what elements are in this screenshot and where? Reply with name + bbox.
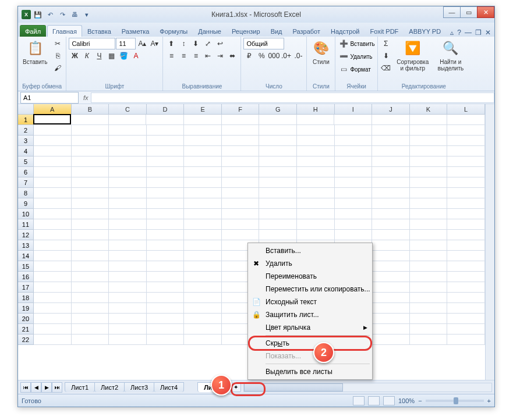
cell-A9[interactable]	[34, 198, 72, 209]
cell-E3[interactable]	[184, 136, 222, 146]
view-pagebreak-button[interactable]	[383, 396, 395, 405]
cell-C1[interactable]	[109, 115, 147, 125]
cell-B4[interactable]	[72, 146, 109, 156]
paste-button[interactable]: 📋 Вставить	[20, 38, 49, 66]
cell-D2[interactable]	[147, 125, 185, 136]
cell-G10[interactable]	[259, 209, 297, 219]
cell-F9[interactable]	[222, 198, 260, 209]
column-header-K[interactable]: K	[410, 104, 448, 115]
column-header-D[interactable]: D	[147, 104, 185, 115]
cell-J7[interactable]	[372, 177, 410, 188]
cell-J13[interactable]	[372, 240, 410, 251]
cell-J4[interactable]	[372, 146, 410, 156]
cell-F7[interactable]	[222, 177, 260, 188]
cell-E2[interactable]	[184, 125, 222, 136]
cell-K9[interactable]	[410, 198, 448, 209]
cell-L20[interactable]	[447, 314, 485, 324]
cell-A8[interactable]	[34, 188, 72, 198]
cell-L11[interactable]	[447, 219, 485, 230]
cell-F11[interactable]	[222, 219, 260, 230]
cell-F2[interactable]	[222, 125, 260, 136]
cell-J2[interactable]	[372, 125, 410, 136]
zoom-in-button[interactable]: +	[487, 397, 491, 404]
cell-L18[interactable]	[447, 293, 485, 303]
row-header-5[interactable]: 5	[18, 156, 34, 167]
cell-D19[interactable]	[147, 303, 185, 314]
cell-K20[interactable]	[410, 314, 448, 324]
cell-I3[interactable]	[335, 136, 373, 146]
name-box[interactable]: A1	[20, 92, 79, 104]
row-header-16[interactable]: 16	[18, 272, 34, 282]
cell-B19[interactable]	[72, 303, 109, 314]
cell-C12[interactable]	[109, 230, 147, 240]
cell-E12[interactable]	[184, 230, 222, 240]
cell-E22[interactable]	[184, 334, 222, 345]
cell-L12[interactable]	[447, 230, 485, 240]
cell-A5[interactable]	[34, 156, 72, 167]
tab-home[interactable]: Главная	[47, 25, 82, 37]
cell-A4[interactable]	[34, 146, 72, 156]
cell-K7[interactable]	[410, 177, 448, 188]
cell-C22[interactable]	[109, 334, 147, 345]
sheet-tab-Лист2[interactable]: Лист2	[94, 382, 125, 392]
cell-L5[interactable]	[447, 156, 485, 167]
close-button[interactable]: ✕	[477, 6, 494, 18]
cell-B14[interactable]	[72, 251, 109, 261]
row-header-11[interactable]: 11	[18, 219, 34, 230]
cell-G11[interactable]	[259, 219, 297, 230]
cell-L14[interactable]	[447, 251, 485, 261]
tab-abbyy[interactable]: ABBYY PD	[404, 25, 446, 37]
cell-F6[interactable]	[222, 167, 260, 177]
cell-L6[interactable]	[447, 167, 485, 177]
cell-I1[interactable]	[334, 115, 372, 125]
autosum-button[interactable]: Σ	[380, 38, 392, 49]
row-header-20[interactable]: 20	[18, 314, 34, 324]
row-header-1[interactable]: 1	[18, 115, 34, 125]
sheet-tab-Лист4[interactable]: Лист4	[154, 382, 184, 392]
ctx-view-code[interactable]: 📄Исходный текст	[249, 296, 371, 308]
cell-D1[interactable]	[146, 115, 184, 125]
cell-B20[interactable]	[72, 314, 109, 324]
column-header-C[interactable]: C	[109, 104, 147, 115]
cell-G5[interactable]	[259, 156, 297, 167]
grow-font-button[interactable]: A▴	[136, 38, 148, 49]
cell-L22[interactable]	[447, 334, 485, 345]
cell-C4[interactable]	[109, 146, 147, 156]
cell-A17[interactable]	[34, 282, 72, 293]
cell-C9[interactable]	[109, 198, 147, 209]
cell-A2[interactable]	[34, 125, 72, 136]
cell-C18[interactable]	[109, 293, 147, 303]
cell-L9[interactable]	[447, 198, 485, 209]
font-color-button[interactable]: A	[130, 50, 141, 62]
format-painter-button[interactable]: 🖌	[52, 62, 63, 74]
cell-D10[interactable]	[147, 209, 185, 219]
cell-J17[interactable]	[372, 282, 410, 293]
copy-button[interactable]: ⎘	[52, 50, 63, 62]
cell-C2[interactable]	[109, 125, 147, 136]
qat-print-button[interactable]: 🖶	[69, 9, 80, 20]
cell-B22[interactable]	[72, 334, 109, 345]
cell-F10[interactable]	[222, 209, 260, 219]
cell-I8[interactable]	[335, 188, 373, 198]
cell-G4[interactable]	[259, 146, 297, 156]
cell-I7[interactable]	[335, 177, 373, 188]
cell-A13[interactable]	[34, 240, 72, 251]
ctx-protect[interactable]: 🔒Защитить лист...	[249, 308, 371, 321]
cell-C10[interactable]	[109, 209, 147, 219]
column-header-G[interactable]: G	[259, 104, 297, 115]
row-header-2[interactable]: 2	[18, 125, 34, 136]
tab-insert[interactable]: Вставка	[82, 25, 116, 37]
cell-B2[interactable]	[72, 125, 109, 136]
cell-J18[interactable]	[372, 293, 410, 303]
cell-D13[interactable]	[147, 240, 185, 251]
cell-E11[interactable]	[184, 219, 222, 230]
cell-E14[interactable]	[184, 251, 222, 261]
row-header-7[interactable]: 7	[18, 177, 34, 188]
horizontal-scrollbar[interactable]	[243, 383, 492, 392]
cell-J5[interactable]	[372, 156, 410, 167]
cell-I6[interactable]	[335, 167, 373, 177]
cell-D7[interactable]	[147, 177, 185, 188]
fill-color-button[interactable]: 🪣	[118, 50, 129, 62]
minimize-button[interactable]: —	[443, 6, 461, 18]
cell-K10[interactable]	[410, 209, 448, 219]
